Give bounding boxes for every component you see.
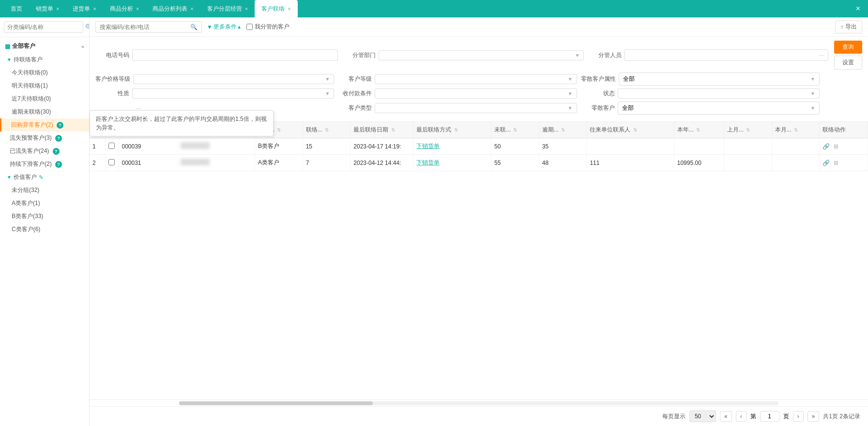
- my-customers-checkbox[interactable]: [246, 24, 253, 30]
- col-overdue[interactable]: 逾期... ⇅: [539, 122, 587, 138]
- next-page-button[interactable]: ›: [793, 411, 804, 422]
- customer-type-select[interactable]: ▼: [375, 103, 577, 113]
- nature-select[interactable]: ▼: [132, 88, 334, 99]
- filter-price-level: 客户价格等级 ▼: [95, 74, 334, 84]
- sidebar-item-a-class[interactable]: A类客户(1): [2, 197, 89, 210]
- sidebar-group-value-header[interactable]: ▼ 价值客户 ✎: [2, 171, 89, 184]
- row1-type: B类客户: [255, 138, 303, 155]
- page-size-select[interactable]: 50 20 100: [689, 411, 716, 422]
- settings-button[interactable]: 设置: [834, 56, 862, 70]
- more-conditions-button[interactable]: ▼ 更多条件 ▲: [207, 23, 242, 31]
- close-product-analysis-icon[interactable]: ×: [136, 6, 139, 12]
- search-icon[interactable]: 🔍: [190, 24, 198, 30]
- retail-customer-select[interactable]: 全部 ▼: [618, 102, 820, 115]
- sidebar-item-loss-warning[interactable]: 流失预警客户(3) ?: [0, 132, 89, 145]
- prev-page-button[interactable]: ‹: [736, 411, 746, 422]
- nav-product-analysis-list[interactable]: 商品分析列表 ×: [146, 0, 200, 17]
- status-select[interactable]: ▼: [618, 88, 820, 99]
- table-area: ⚙ 客户编码 ⇅ 客户名称 ⇅: [90, 122, 868, 399]
- sidebar-item-ungrouped[interactable]: 未分组(32): [2, 184, 89, 197]
- sort-icon-date: ⇅: [391, 127, 395, 132]
- edit-value-group-icon[interactable]: ✎: [39, 174, 44, 181]
- nav-home[interactable]: 首页: [4, 0, 29, 17]
- sidebar-all-customers[interactable]: ▦ 全部客户 «: [0, 39, 89, 53]
- price-level-select[interactable]: ▼: [133, 74, 334, 84]
- nav-customer-contact[interactable]: 客户联络 ×: [255, 0, 297, 17]
- close-customer-contact-icon[interactable]: ×: [288, 6, 290, 12]
- payment-terms-select[interactable]: ▼: [375, 88, 577, 99]
- row2-contact-icon[interactable]: 🔗: [822, 160, 830, 166]
- sidebar-item-repurchase-anomaly[interactable]: 回购异常客户(2) ?: [0, 118, 89, 132]
- export-button[interactable]: ↑ 导出: [835, 20, 862, 33]
- nav-sales-order[interactable]: 销货单 ×: [29, 0, 66, 17]
- sidebar-item-today-pending[interactable]: 今天待联络(0): [2, 66, 89, 79]
- phone-input[interactable]: [132, 49, 338, 61]
- info-icon-declining[interactable]: ?: [55, 161, 62, 168]
- sidebar-group-pending-header[interactable]: ▼ 待联络客户: [2, 53, 89, 66]
- row2-actions: 🔗 ⊞: [820, 155, 868, 171]
- close-sales-order-icon[interactable]: ×: [56, 6, 59, 12]
- row1-actions: 🔗 ⊞: [820, 138, 868, 155]
- col-contact-count[interactable]: 联络... ⇅: [303, 122, 350, 138]
- sidebar-group-pending: ▼ 待联络客户 今天待联络(0) 明天待联络(1) 近7天待联络(0) 逾期未联…: [2, 53, 89, 118]
- col-company-contact[interactable]: 往来单位联系人 ⇅: [587, 122, 674, 138]
- horizontal-scrollbar[interactable]: [90, 399, 868, 406]
- close-all-tabs-button[interactable]: ×: [852, 4, 864, 13]
- row1-index: 1: [90, 138, 105, 155]
- sidebar-item-b-class[interactable]: B类客户(33): [2, 210, 89, 223]
- col-last-contact-date[interactable]: 最后联络日期 ⇅: [350, 122, 413, 138]
- col-this-month[interactable]: 本月... ⇅: [772, 122, 820, 138]
- row2-code: 000031: [119, 155, 178, 171]
- row2-method-link[interactable]: 下销货单: [416, 159, 440, 166]
- sidebar-item-7day-pending[interactable]: 近7天待联络(0): [2, 92, 89, 105]
- row1-overdue: 35: [539, 138, 587, 155]
- row2-more-icon[interactable]: ⊞: [834, 160, 838, 166]
- row1-select-checkbox[interactable]: [108, 143, 115, 149]
- sidebar-item-tomorrow-pending[interactable]: 明天待联络(1): [2, 79, 89, 92]
- col-last-contact-method[interactable]: 最后联络方式 ⇅: [413, 122, 491, 138]
- ellipsis-manager-icon: ···: [819, 52, 824, 59]
- retail-property-select[interactable]: 全部 ▼: [619, 73, 820, 86]
- row1-this-month: [772, 138, 820, 155]
- nav-purchase-order[interactable]: 进货单 ×: [66, 0, 103, 17]
- col-last-month[interactable]: 上月... ⇅: [724, 122, 772, 138]
- close-product-analysis-list-icon[interactable]: ×: [190, 6, 193, 12]
- nav-customer-segmentation[interactable]: 客户分层经营 ×: [200, 0, 255, 17]
- last-page-button[interactable]: »: [807, 411, 820, 422]
- info-icon-lost[interactable]: ?: [53, 148, 60, 155]
- filter-bar: 🔍 ▼ 更多条件 ▲ 我分管的客户 ↑ 导出: [90, 17, 868, 37]
- col-uncontacted[interactable]: 未联... ⇅: [491, 122, 539, 138]
- customer-level-select[interactable]: ▼: [375, 74, 577, 84]
- manager-select[interactable]: ···: [624, 49, 828, 61]
- query-button[interactable]: 查询: [834, 41, 862, 54]
- info-icon-repurchase[interactable]: ?: [57, 122, 63, 129]
- row2-select-checkbox[interactable]: [108, 159, 115, 165]
- sidebar-group-value: ▼ 价值客户 ✎ 未分组(32) A类客户(1) B类客户(33) C类客户(6…: [2, 171, 89, 236]
- row1-contact-icon[interactable]: 🔗: [822, 143, 830, 150]
- row2-this-year: 10995.00: [674, 155, 724, 171]
- customer-search-input[interactable]: [100, 24, 188, 30]
- first-page-button[interactable]: «: [720, 411, 732, 422]
- row2-last-method: 下销货单: [413, 155, 491, 171]
- row1-method-link[interactable]: 下销货单: [416, 143, 440, 149]
- chevron-up-icon: ▲: [237, 24, 242, 29]
- row1-more-icon[interactable]: ⊞: [834, 143, 838, 150]
- chevron-down-icon-status: ▼: [810, 91, 815, 96]
- close-customer-segmentation-icon[interactable]: ×: [245, 6, 248, 12]
- sidebar-item-c-class[interactable]: C类客户(6): [2, 223, 89, 236]
- close-purchase-order-icon[interactable]: ×: [93, 6, 96, 12]
- sidebar-item-declining-customers[interactable]: 持续下滑客户(2) ?: [0, 158, 89, 171]
- page-number-input[interactable]: [760, 411, 779, 422]
- scrollbar-thumb[interactable]: [179, 401, 373, 405]
- info-icon-loss-warning[interactable]: ?: [55, 135, 62, 142]
- sidebar-item-overdue-uncontacted[interactable]: 逾期未联络(30): [2, 105, 89, 118]
- sidebar-search-input[interactable]: [4, 21, 83, 33]
- row1-last-month: [724, 138, 772, 155]
- sidebar-search-button[interactable]: 🔍: [85, 24, 90, 30]
- collapse-icon[interactable]: «: [81, 44, 84, 49]
- department-select[interactable]: ▼: [379, 50, 584, 60]
- filter-status: 状态 ▼: [581, 88, 820, 99]
- nav-product-analysis[interactable]: 商品分析 ×: [103, 0, 146, 17]
- sidebar-item-lost-customers[interactable]: 已流失客户(24) ?: [0, 145, 89, 158]
- col-this-year[interactable]: 本年... ⇅: [674, 122, 724, 138]
